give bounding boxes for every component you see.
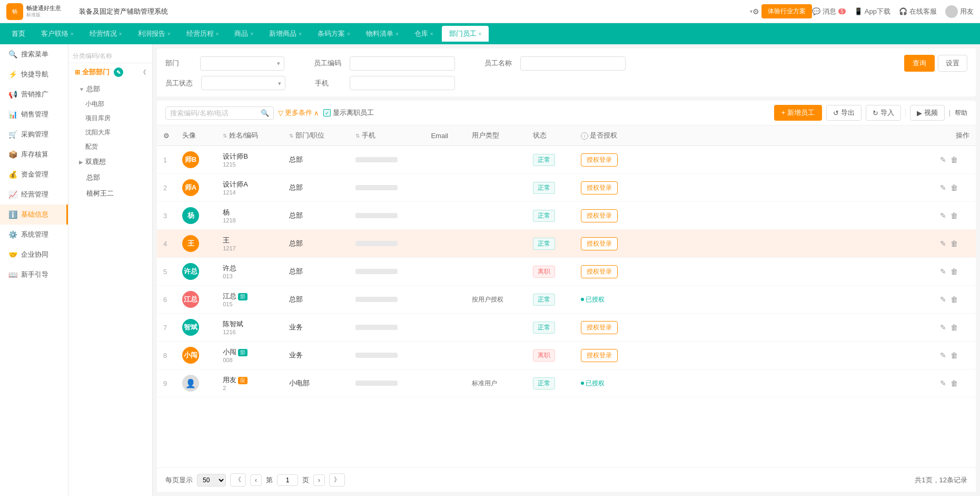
page-number-input[interactable]: [277, 474, 298, 486]
close-icon[interactable]: ×: [250, 31, 253, 37]
edit-icon[interactable]: ✎: [940, 351, 946, 359]
close-icon[interactable]: ×: [479, 31, 482, 37]
tab-goods[interactable]: 商品 ×: [227, 26, 261, 42]
tree-node-shuanglu[interactable]: ▶双鹿想: [68, 154, 152, 170]
delete-icon[interactable]: 🗑: [951, 155, 958, 164]
close-icon[interactable]: ×: [167, 31, 171, 37]
auth-login-btn[interactable]: 授权登录: [581, 209, 618, 222]
edit-icon[interactable]: ✎: [940, 295, 946, 304]
sidebar-item-purchase[interactable]: 🛒 采购管理: [0, 124, 68, 144]
close-icon[interactable]: ×: [430, 31, 433, 37]
close-icon[interactable]: ×: [347, 31, 350, 37]
tab-operation[interactable]: 经营情况 ×: [82, 26, 130, 42]
sidebar-item-inventory[interactable]: 📦 库存核算: [0, 144, 68, 164]
delete-icon[interactable]: 🗑: [951, 351, 958, 359]
info-icon[interactable]: i: [581, 132, 588, 140]
help-btn[interactable]: |: [949, 109, 951, 116]
tab-warehouse[interactable]: 仓库 ×: [407, 26, 441, 42]
tab-history[interactable]: 经营历程 ×: [179, 26, 226, 42]
user-btn[interactable]: 用友: [945, 5, 974, 18]
tree-child-xiangmu[interactable]: 项目库房: [68, 111, 152, 125]
edit-icon[interactable]: ✎: [940, 379, 946, 387]
sidebar-item-search[interactable]: 🔍 搜索菜单: [0, 44, 68, 64]
emp-code-input[interactable]: [350, 56, 455, 71]
tab-employees[interactable]: 部门员工 ×: [442, 26, 489, 42]
tab-home[interactable]: 首页: [4, 26, 33, 42]
edit-icon[interactable]: ✎: [940, 155, 946, 164]
page-size-select[interactable]: 50 100: [197, 474, 226, 487]
edit-icon[interactable]: ✎: [940, 267, 946, 276]
tab-barcode[interactable]: 条码方案 ×: [310, 26, 358, 42]
first-page-btn[interactable]: 《: [230, 473, 246, 487]
collapse-icon[interactable]: 《: [140, 69, 146, 76]
emp-name-input[interactable]: [520, 56, 626, 71]
import-btn[interactable]: ↻ 导入: [866, 105, 901, 121]
sort-icon[interactable]: ⇅: [223, 133, 227, 139]
more-filter-btn[interactable]: ▽ 更多条件 ∧: [278, 108, 319, 118]
sidebar-item-basic-info[interactable]: ℹ️ 基础信息: [0, 205, 68, 225]
tab-customer[interactable]: 客户联络 ×: [34, 26, 81, 42]
video-btn[interactable]: ▶ 视频: [910, 105, 945, 121]
message-btn[interactable]: 💬 消息 5: [812, 7, 846, 16]
next-page-btn[interactable]: ›: [313, 474, 325, 486]
sidebar-item-guide[interactable]: 📖 新手引导: [0, 265, 68, 285]
close-icon[interactable]: ×: [119, 31, 122, 37]
gear-icon[interactable]: ⚙: [753, 7, 759, 16]
auth-login-btn[interactable]: 授权登录: [581, 181, 618, 194]
tab-add-goods[interactable]: 新增商品 ×: [262, 26, 309, 42]
search-input[interactable]: [170, 109, 259, 117]
tree-child-peihuo[interactable]: 配货: [68, 140, 152, 154]
tree-node-zongbu[interactable]: 总部: [68, 170, 152, 186]
close-icon[interactable]: ×: [299, 31, 302, 37]
auth-login-btn[interactable]: 授权登录: [581, 265, 618, 278]
tab-profit[interactable]: 利润报告 ×: [131, 26, 178, 42]
tree-node-zongbu-parent[interactable]: ▼总部: [68, 81, 152, 97]
sidebar-item-marketing[interactable]: 📢 营销推广: [0, 84, 68, 104]
phone-input[interactable]: [350, 76, 455, 90]
delete-icon[interactable]: 🗑: [951, 183, 958, 192]
tree-child-shenyang[interactable]: 沈阳大库: [68, 125, 152, 140]
close-icon[interactable]: ×: [216, 31, 219, 37]
edit-icon[interactable]: ✎: [114, 67, 123, 77]
show-resign-checkbox[interactable]: ✓ 显示离职员工: [323, 108, 374, 118]
tree-header-all-dept[interactable]: ⊞ 全部部门 ✎ 《: [68, 63, 152, 81]
export-btn[interactable]: ↺ 导出: [826, 105, 862, 121]
last-page-btn[interactable]: 》: [329, 473, 345, 487]
help-text[interactable]: 帮助: [955, 109, 967, 118]
delete-icon[interactable]: 🗑: [951, 295, 958, 304]
close-icon[interactable]: ×: [395, 31, 399, 37]
delete-icon[interactable]: 🗑: [951, 267, 958, 276]
delete-icon[interactable]: 🗑: [951, 379, 958, 387]
auth-login-btn[interactable]: 授权登录: [581, 321, 618, 334]
tab-bom[interactable]: 物料清单 ×: [359, 26, 406, 42]
delete-icon[interactable]: 🗑: [951, 323, 958, 332]
auth-login-btn[interactable]: 授权登录: [581, 237, 618, 250]
auth-login-btn[interactable]: 授权登录: [581, 349, 618, 362]
sidebar-item-business[interactable]: 📈 经营管理: [0, 184, 68, 205]
close-icon[interactable]: ×: [71, 31, 74, 37]
sidebar-item-sales[interactable]: 📊 销售管理: [0, 104, 68, 124]
col-settings[interactable]: ⚙: [157, 125, 176, 146]
sidebar-item-finance[interactable]: 💰 资金管理: [0, 164, 68, 184]
tree-node-zhishu[interactable]: 植树王二: [68, 186, 152, 201]
tree-child-xiaodian[interactable]: 小电部: [68, 97, 152, 111]
prev-page-btn[interactable]: ‹: [250, 474, 262, 486]
sidebar-item-system[interactable]: ⚙️ 系统管理: [0, 225, 68, 245]
tree-search-input[interactable]: [73, 52, 152, 60]
online-service-btn[interactable]: 🎧 在线客服: [899, 7, 937, 16]
emp-status-select[interactable]: [201, 76, 285, 90]
experience-btn[interactable]: 体验行业方案: [761, 4, 812, 18]
delete-icon[interactable]: 🗑: [951, 239, 958, 248]
delete-icon[interactable]: 🗑: [951, 211, 958, 220]
edit-icon[interactable]: ✎: [940, 323, 946, 332]
auth-login-btn[interactable]: 授权登录: [581, 153, 618, 167]
edit-icon[interactable]: ✎: [940, 239, 946, 248]
dept-select[interactable]: [200, 56, 284, 71]
sidebar-item-shortcuts[interactable]: ⚡ 快捷导航: [0, 64, 68, 84]
edit-icon[interactable]: ✎: [940, 183, 946, 192]
sort-icon[interactable]: ⇅: [355, 133, 360, 139]
add-employee-btn[interactable]: + 新增员工: [774, 105, 822, 121]
query-btn[interactable]: 查询: [904, 55, 935, 72]
sort-icon[interactable]: ⇅: [289, 133, 293, 139]
sidebar-item-collab[interactable]: 🤝 企业协同: [0, 245, 68, 265]
